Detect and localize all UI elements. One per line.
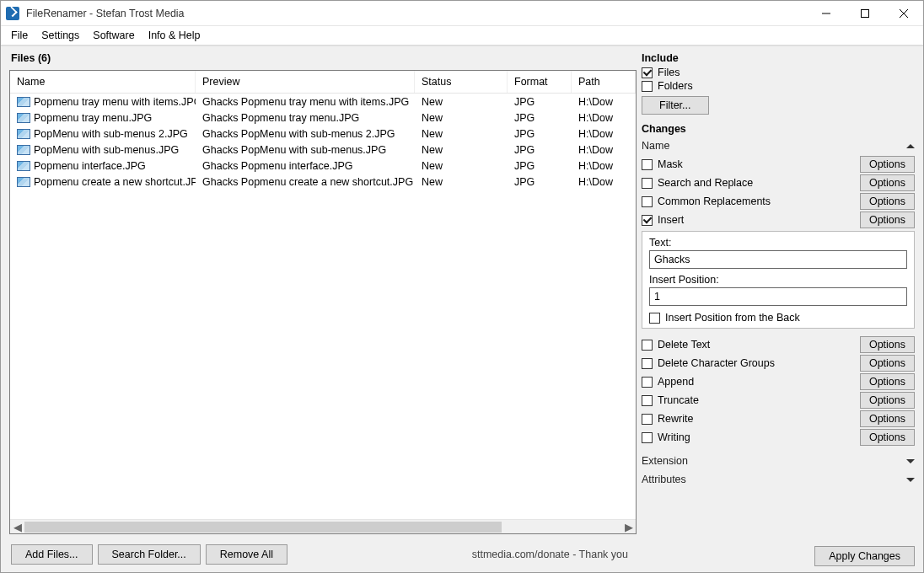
table-row[interactable]: Popmenu tray menu.JPGGhacks Popmenu tray… (10, 110, 636, 126)
menu-software[interactable]: Software (86, 28, 141, 43)
common-replacements-options-button[interactable]: Options (860, 193, 915, 210)
add-files-button[interactable]: Add Files... (11, 544, 93, 565)
filter-button[interactable]: Filter... (642, 96, 709, 115)
table-row[interactable]: Popmenu interface.JPGGhacks Popmenu inte… (10, 158, 636, 174)
delete-groups-checkbox[interactable] (642, 358, 653, 369)
attributes-section-header[interactable]: Attributes (642, 470, 915, 489)
mask-checkbox[interactable] (642, 159, 653, 170)
cell-path: H:\Dow (572, 112, 636, 124)
close-icon (900, 9, 908, 18)
search-replace-checkbox[interactable] (642, 178, 653, 189)
name-section-header[interactable]: Name (642, 137, 915, 155)
cell-name: Popmenu tray menu.JPG (10, 112, 196, 124)
include-files-row[interactable]: Files (642, 66, 915, 79)
delete-groups-row: Delete Character Groups Options (642, 354, 915, 372)
insert-options-button[interactable]: Options (860, 212, 915, 228)
scroll-thumb[interactable] (24, 522, 502, 533)
extension-section-label: Extension (642, 455, 906, 467)
table-row[interactable]: PopMenu with sub-menus.JPGGhacks PopMenu… (10, 142, 636, 158)
delete-groups-options-button[interactable]: Options (860, 355, 915, 372)
table-row[interactable]: Popmenu tray menu with items.JPGGhacks P… (10, 94, 636, 110)
rewrite-checkbox[interactable] (642, 414, 653, 425)
truncate-label: Truncate (658, 394, 699, 406)
insert-position-label: Insert Position: (649, 274, 907, 287)
delete-text-row: Delete Text Options (642, 335, 915, 354)
left-pane: Files (6) Name Preview Status Format Pat… (1, 46, 637, 572)
col-header-path[interactable]: Path (572, 71, 636, 93)
truncate-options-button[interactable]: Options (860, 392, 915, 409)
include-files-checkbox[interactable] (642, 67, 653, 78)
include-folders-row[interactable]: Folders (642, 79, 915, 93)
cell-format: JPG (508, 96, 572, 108)
cell-path: H:\Dow (572, 160, 636, 172)
cell-status: New (415, 176, 508, 188)
apply-wrap: Apply Changes (642, 541, 915, 566)
cell-preview: Ghacks PopMenu with sub-menus 2.JPG (196, 128, 415, 140)
insert-from-back-label: Insert Position from the Back (665, 312, 800, 324)
maximize-button[interactable] (846, 1, 884, 25)
minimize-button[interactable] (807, 1, 846, 25)
delete-text-checkbox[interactable] (642, 340, 653, 351)
col-header-preview[interactable]: Preview (196, 71, 415, 93)
scroll-left-icon[interactable]: ◀ (10, 520, 24, 534)
cell-preview: Ghacks PopMenu with sub-menus.JPG (196, 144, 415, 156)
scroll-track[interactable] (24, 520, 621, 534)
horizontal-scrollbar[interactable]: ◀ ▶ (10, 519, 636, 533)
insert-position-input[interactable] (649, 287, 907, 306)
insert-from-back-row[interactable]: Insert Position from the Back (649, 311, 907, 324)
common-replacements-checkbox[interactable] (642, 196, 653, 207)
cell-name: Popmenu tray menu with items.JPG (10, 96, 196, 108)
scroll-right-icon[interactable]: ▶ (621, 520, 636, 534)
cell-format: JPG (508, 176, 572, 188)
image-file-icon (17, 177, 30, 187)
mask-row: Mask Options (642, 155, 915, 174)
include-folders-checkbox[interactable] (642, 81, 653, 92)
cell-path: H:\Dow (572, 128, 636, 140)
cell-status: New (415, 112, 508, 124)
cell-format: JPG (508, 128, 572, 140)
rewrite-row: Rewrite Options (642, 410, 915, 428)
search-folder-button[interactable]: Search Folder... (98, 544, 201, 565)
image-file-icon (17, 145, 30, 155)
extension-section-header[interactable]: Extension (642, 452, 915, 470)
close-button[interactable] (884, 1, 923, 25)
search-replace-options-button[interactable]: Options (860, 174, 915, 191)
window-title: FileRenamer - Stefan Trost Media (26, 8, 185, 19)
cell-preview: Ghacks Popmenu interface.JPG (196, 160, 415, 172)
col-header-name[interactable]: Name (10, 71, 196, 93)
files-count-label: Files (6) (9, 52, 637, 66)
insert-from-back-checkbox[interactable] (649, 313, 660, 324)
delete-text-options-button[interactable]: Options (860, 336, 915, 353)
common-replacements-row: Common Replacements Options (642, 192, 915, 211)
writing-label: Writing (658, 431, 690, 443)
cell-format: JPG (508, 112, 572, 124)
cell-preview: Ghacks Popmenu tray menu with items.JPG (196, 96, 415, 108)
writing-checkbox[interactable] (642, 432, 653, 443)
insert-text-input[interactable] (649, 250, 907, 269)
apply-changes-button[interactable]: Apply Changes (814, 546, 915, 566)
table-row[interactable]: Popmenu create a new shortcut.JPGGhacks … (10, 174, 636, 190)
insert-text-label: Text: (649, 237, 907, 250)
truncate-checkbox[interactable] (642, 395, 653, 406)
insert-label: Insert (658, 214, 684, 226)
mask-options-button[interactable]: Options (860, 156, 915, 173)
image-file-icon (17, 113, 30, 123)
files-listview[interactable]: Name Preview Status Format Path Popmenu … (9, 70, 637, 534)
col-header-status[interactable]: Status (415, 71, 508, 93)
menu-file[interactable]: File (4, 28, 35, 43)
table-row[interactable]: PopMenu with sub-menus 2.JPGGhacks PopMe… (10, 126, 636, 142)
content-area: Files (6) Name Preview Status Format Pat… (1, 46, 923, 572)
insert-checkbox[interactable] (642, 215, 653, 226)
writing-options-button[interactable]: Options (860, 429, 915, 446)
menu-settings[interactable]: Settings (35, 28, 86, 43)
remove-all-button[interactable]: Remove All (206, 544, 287, 565)
append-checkbox[interactable] (642, 377, 653, 388)
cell-name: PopMenu with sub-menus.JPG (10, 144, 196, 156)
rewrite-options-button[interactable]: Options (860, 410, 915, 427)
col-header-format[interactable]: Format (508, 71, 572, 93)
append-options-button[interactable]: Options (860, 373, 915, 390)
menu-info-help[interactable]: Info & Help (142, 28, 207, 43)
image-file-icon (17, 97, 30, 107)
chevron-up-icon (906, 144, 915, 148)
right-pane: Include Files Folders Filter... Changes … (637, 46, 923, 572)
